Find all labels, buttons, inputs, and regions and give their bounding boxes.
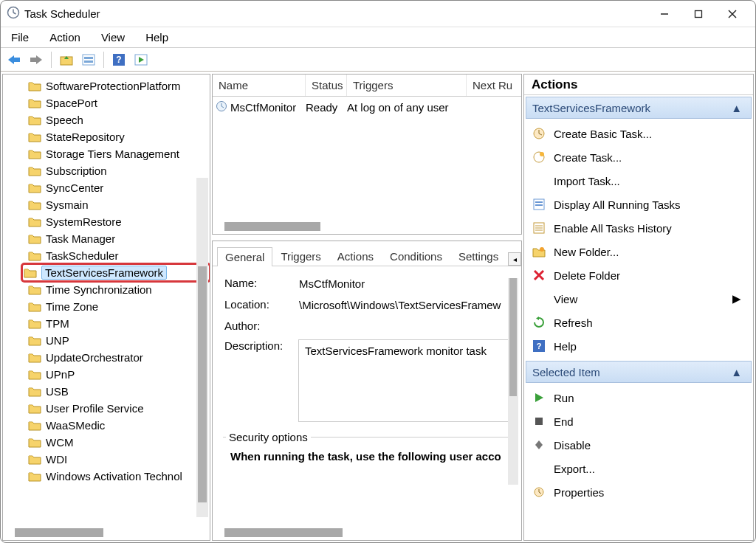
tree-item[interactable]: TPM — [28, 315, 210, 332]
tree-item-label: SoftwareProtectionPlatform — [46, 80, 181, 92]
actions-section-framework[interactable]: TextServicesFramework ▲ — [526, 97, 752, 119]
tree-item[interactable]: SpacePort — [28, 94, 210, 111]
tree-item-label: User Profile Service — [46, 402, 144, 415]
action-label: Export... — [554, 463, 595, 475]
action-item[interactable]: Export... — [527, 457, 750, 480]
tree-item-label: WCM — [46, 436, 74, 449]
run-icon[interactable] — [132, 51, 150, 69]
actions-panel: Actions TextServicesFramework ▲ Create B… — [523, 74, 754, 541]
close-button[interactable] — [715, 2, 749, 26]
action-item[interactable]: Import Task... — [527, 169, 750, 193]
svg-point-25 — [540, 152, 544, 156]
tab-left-icon[interactable]: ◂ — [508, 252, 521, 266]
action-item[interactable]: Create Task... — [527, 145, 750, 169]
folder-icon — [28, 233, 41, 244]
minimize-button[interactable] — [647, 2, 681, 26]
menu-file[interactable]: File — [7, 30, 33, 45]
tree-item[interactable]: SyncCenter — [28, 179, 210, 196]
folder-icon — [28, 386, 41, 397]
tree-item[interactable]: Task Manager — [28, 230, 210, 247]
help-icon[interactable]: ? — [110, 51, 128, 69]
actions-section-selected[interactable]: Selected Item ▲ — [526, 361, 752, 383]
tree-item[interactable]: StateRepository — [28, 128, 210, 145]
col-status[interactable]: Status — [306, 75, 347, 96]
tree-hscroll[interactable] — [15, 528, 103, 537]
tab-general[interactable]: General — [217, 247, 272, 266]
action-item[interactable]: View▶ — [527, 287, 750, 311]
action-label: New Folder... — [554, 246, 619, 258]
tree-item-label: Sysmain — [46, 198, 89, 211]
tree-item[interactable]: WaaSMedic — [28, 417, 210, 434]
task-name: MsCtfMonitor — [230, 101, 296, 114]
folder-icon — [28, 80, 41, 91]
back-icon[interactable] — [5, 51, 23, 69]
tab-conditions[interactable]: Conditions — [382, 246, 450, 266]
forward-icon[interactable] — [27, 51, 45, 69]
tree-item[interactable]: USB — [28, 383, 210, 400]
action-item[interactable]: Create Basic Task... — [527, 122, 750, 145]
action-item[interactable]: Delete Folder — [527, 263, 750, 287]
col-triggers[interactable]: Triggers — [347, 75, 467, 96]
details-hscroll[interactable] — [224, 528, 343, 537]
maximize-button[interactable] — [681, 2, 715, 26]
menu-help[interactable]: Help — [141, 30, 173, 45]
tree-item[interactable]: SystemRestore — [28, 213, 210, 230]
tree-item[interactable]: Subscription — [28, 162, 210, 179]
tree-item[interactable]: Sysmain — [28, 196, 210, 213]
tab-triggers[interactable]: Triggers — [272, 246, 329, 266]
col-next[interactable]: Next Ru — [467, 75, 521, 96]
tree-item[interactable]: TextServicesFramework — [22, 264, 210, 281]
tree-item[interactable]: Speech — [28, 111, 210, 128]
tree-item[interactable]: TaskScheduler — [28, 247, 210, 264]
tree-item[interactable]: Time Synchronization — [28, 281, 210, 298]
tree-item[interactable]: SoftwareProtectionPlatform — [28, 77, 210, 94]
tab-settings[interactable]: Settings — [450, 246, 506, 266]
history-icon — [532, 221, 546, 235]
svg-rect-11 — [83, 55, 94, 65]
action-item[interactable]: Properties — [527, 480, 750, 504]
menu-action[interactable]: Action — [45, 30, 85, 45]
action-item[interactable]: Enable All Tasks History — [527, 216, 750, 240]
action-item[interactable]: ?Help — [527, 334, 750, 358]
tab-right-icon[interactable]: ▸ — [521, 252, 522, 266]
action-label: Create Basic Task... — [554, 128, 652, 140]
action-item[interactable]: New Folder... — [527, 240, 750, 263]
tree-item-label: TaskScheduler — [46, 249, 118, 262]
tab-strip: General Triggers Actions Conditions Sett… — [213, 241, 521, 266]
tree-item-label: USB — [46, 385, 69, 398]
tree-item[interactable]: WDI — [28, 451, 210, 468]
tree-item[interactable]: UNP — [28, 332, 210, 349]
action-item[interactable]: Display All Running Tasks — [527, 193, 750, 216]
action-label: Refresh — [554, 317, 593, 329]
tree-item[interactable]: Storage Tiers Management — [28, 145, 210, 162]
menu-view[interactable]: View — [97, 30, 129, 45]
tree-item[interactable]: Time Zone — [28, 298, 210, 315]
tree-scrollbar[interactable] — [196, 178, 208, 517]
tree-item[interactable]: Windows Activation Technol — [28, 468, 210, 485]
security-text: When running the task, use the following… — [226, 450, 511, 463]
tree-item[interactable]: WCM — [28, 434, 210, 451]
label-description: Description: — [224, 339, 295, 352]
task-row[interactable]: MsCtfMonitor Ready At log on of any user — [213, 97, 521, 117]
toolbar-separator — [103, 52, 104, 68]
tab-actions[interactable]: Actions — [329, 246, 382, 266]
tree-list[interactable]: SoftwareProtectionPlatformSpacePortSpeec… — [3, 75, 210, 485]
col-name[interactable]: Name — [213, 75, 306, 96]
security-legend: Security options — [226, 431, 311, 443]
value-location: \Microsoft\Windows\TextServicesFramew — [298, 298, 514, 312]
action-item[interactable]: End — [527, 409, 750, 433]
tree-item[interactable]: UpdateOrchestrator — [28, 349, 210, 366]
task-list-hscroll[interactable] — [224, 222, 320, 231]
tree-item-label: Speech — [46, 114, 83, 126]
properties-icon[interactable] — [80, 51, 97, 69]
tree-item-label: SystemRestore — [46, 215, 122, 228]
details-scrollbar[interactable] — [508, 278, 518, 485]
folder-icon — [28, 114, 41, 125]
folder-up-icon[interactable] — [58, 51, 75, 69]
tree-item[interactable]: User Profile Service — [28, 400, 210, 417]
svg-marker-8 — [30, 55, 42, 64]
action-item[interactable]: Refresh — [527, 311, 750, 334]
action-item[interactable]: Run — [527, 386, 750, 409]
tree-item[interactable]: UPnP — [28, 366, 210, 383]
action-item[interactable]: Disable — [527, 433, 750, 457]
